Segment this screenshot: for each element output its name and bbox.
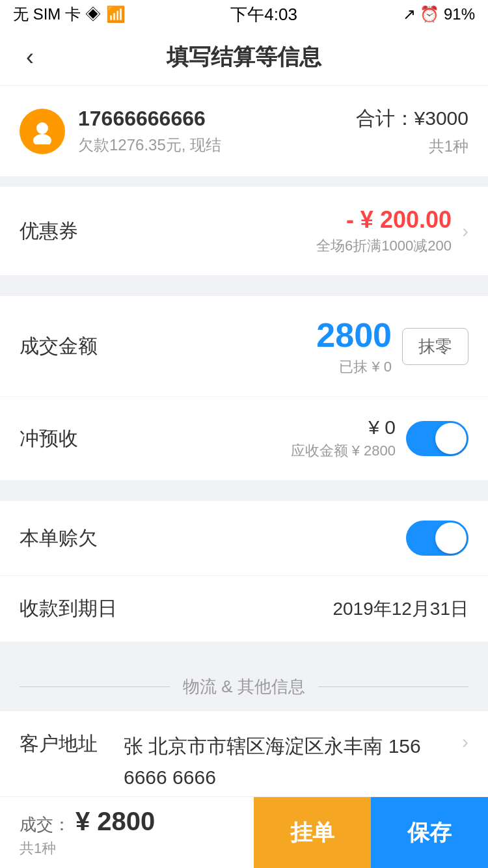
wifi-icon: 📶 (106, 5, 126, 23)
logistics-label: 物流 & 其他信息 (183, 675, 305, 698)
address-value: 张 北京市市辖区海淀区永丰南 156 6666 6666 (124, 731, 449, 793)
debt-row: 本单赊欠 (0, 501, 488, 576)
already-rounded: 已抹 ¥ 0 (316, 357, 392, 377)
advance-row: 冲预收 ¥ 0 应收金额 ¥ 2800 (0, 397, 488, 480)
coupon-right: - ¥ 200.00 全场6折满1000减200 › (316, 206, 468, 256)
discount-value: - ¥ 200.00 (316, 206, 452, 234)
logistics-divider: 物流 & 其他信息 (0, 662, 488, 711)
status-time: 下午4:03 (230, 3, 297, 26)
avatar (20, 109, 65, 154)
status-left: 无 SIM 卡 ◈ 📶 (13, 4, 126, 25)
address-chevron-icon: › (462, 731, 468, 753)
debt-toggle[interactable] (406, 521, 468, 556)
footer-count: 共1种 (20, 839, 234, 858)
status-right: ↗ ⏰ 91% (403, 5, 475, 23)
main-content: 17666666666 欠款1276.35元, 现结 合计：¥3000 共1种 … (0, 86, 488, 868)
advance-label: 冲预收 (20, 426, 78, 452)
customer-info: 17666666666 欠款1276.35元, 现结 (78, 107, 221, 156)
footer-info: 成交： ¥ 2800 共1种 (0, 807, 254, 858)
svg-point-1 (33, 134, 51, 144)
round-button[interactable]: 抹零 (402, 328, 468, 365)
save-button[interactable]: 保存 (371, 797, 488, 869)
advance-sub: 应收金额 ¥ 2800 (291, 441, 396, 461)
deal-amount-row: 成交金额 2800 已抹 ¥ 0 抹零 (0, 296, 488, 397)
footer-deal-label: 成交： (20, 813, 70, 836)
deal-amount-value: 2800 (316, 316, 392, 355)
customer-left: 17666666666 欠款1276.35元, 现结 (20, 107, 221, 156)
item-count: 共1种 (356, 136, 468, 157)
toggle-knob (435, 423, 467, 454)
due-date-value: 2019年12月31日 (332, 597, 468, 621)
separator-2 (0, 491, 488, 501)
customer-phone: 17666666666 (78, 107, 221, 131)
hang-button[interactable]: 挂单 (254, 797, 371, 869)
debt-right (406, 521, 468, 556)
coupon-row[interactable]: 优惠券 - ¥ 200.00 全场6折满1000减200 › (0, 187, 488, 275)
advance-amount: ¥ 0 (291, 416, 396, 439)
deal-amount-section: 成交金额 2800 已抹 ¥ 0 抹零 冲预收 ¥ 0 应收金额 ¥ 2800 (0, 296, 488, 480)
divider-line-left (20, 686, 170, 687)
due-date-label: 收款到期日 (20, 595, 117, 622)
due-date-row: 收款到期日 2019年12月31日 (0, 576, 488, 642)
svg-point-0 (36, 122, 48, 134)
status-bar: 无 SIM 卡 ◈ 📶 下午4:03 ↗ ⏰ 91% (0, 0, 488, 29)
address-label: 客户地址 (20, 731, 111, 757)
page-title: 填写结算等信息 (167, 42, 321, 72)
footer: 成交： ¥ 2800 共1种 挂单 保存 (0, 796, 488, 868)
customer-total: 合计：¥3000 共1种 (356, 105, 468, 157)
battery-info: ↗ ⏰ 91% (403, 5, 475, 23)
no-sim-text: 无 SIM 卡 ◈ (13, 4, 101, 25)
footer-deal-value: ¥ 2800 (75, 807, 155, 836)
footer-deal: 成交： ¥ 2800 (20, 807, 234, 836)
customer-card: 17666666666 欠款1276.35元, 现结 合计：¥3000 共1种 (0, 86, 488, 176)
due-date-right: 2019年12月31日 (332, 597, 468, 621)
debt-label: 本单赊欠 (20, 525, 98, 552)
chevron-icon: › (462, 220, 468, 242)
advance-right: ¥ 0 应收金额 ¥ 2800 (291, 416, 468, 461)
coupon-section: 优惠券 - ¥ 200.00 全场6折满1000减200 › (0, 187, 488, 275)
total-amount: 合计：¥3000 (356, 105, 468, 132)
deal-amount-label: 成交金额 (20, 333, 98, 360)
deal-amount-right: 2800 已抹 ¥ 0 抹零 (316, 316, 468, 377)
coupon-label: 优惠券 (20, 218, 78, 245)
debt-section: 本单赊欠 收款到期日 2019年12月31日 (0, 501, 488, 642)
advance-toggle[interactable] (406, 421, 468, 456)
nav-bar: ‹ 填写结算等信息 (0, 29, 488, 86)
separator-1 (0, 286, 488, 296)
debt-toggle-knob (435, 522, 467, 554)
customer-debt: 欠款1276.35元, 现结 (78, 135, 221, 156)
back-button[interactable]: ‹ (20, 37, 40, 77)
separator-3 (0, 652, 488, 662)
discount-desc: 全场6折满1000减200 (316, 236, 452, 256)
divider-line-right (318, 686, 468, 687)
